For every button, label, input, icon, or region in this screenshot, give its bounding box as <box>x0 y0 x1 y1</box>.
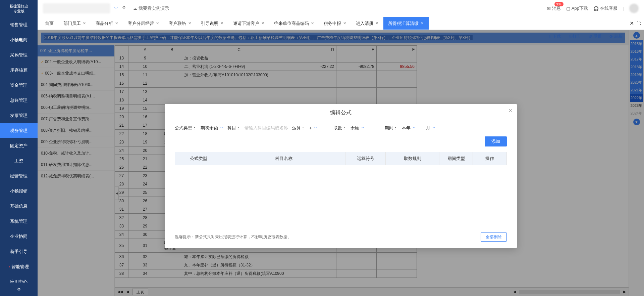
operation-select[interactable]: +﹀ <box>309 126 329 131</box>
logo-edition: 专业版 <box>13 9 24 14</box>
tab-label: 客户分层经营 <box>128 20 154 27</box>
support-button[interactable]: 🎧 在线客服 <box>593 5 618 11</box>
gear-icon[interactable]: ⚙ <box>122 5 129 12</box>
close-icon[interactable]: ✕ <box>261 21 264 26</box>
tab-8[interactable]: 税务申报✕ <box>319 17 351 30</box>
messages-badge: 99+ <box>554 2 564 6</box>
add-button[interactable]: 添加 <box>485 136 507 146</box>
avatar[interactable] <box>629 4 639 13</box>
support-label: 在线客服 <box>600 5 618 11</box>
fullscreen-icon[interactable]: ⛶ <box>637 21 641 26</box>
th-operator: 运算符号 <box>345 152 386 165</box>
th-rule: 取数规则 <box>386 152 439 165</box>
sidebar-item-16[interactable]: 智能管理 <box>0 259 38 274</box>
demo-link[interactable]: ☁ 我要看实例演示 <box>133 5 169 11</box>
fetch-label: 取数： <box>333 125 346 131</box>
message-icon: ✉ <box>547 6 551 11</box>
sidebar-item-17[interactable]: 应用中心 <box>0 274 38 283</box>
modal-mask: 编辑公式 × 公式类型： 期初余额﹀ 科目： 请输入科目编码或名称 运算： <box>38 30 644 296</box>
th-type: 公式类型 <box>175 152 222 165</box>
sidebar-item-1[interactable]: 小畅电商 <box>0 32 38 47</box>
close-icon[interactable]: ✕ <box>156 21 159 26</box>
period-month-select[interactable]: 月﹀ <box>426 125 446 131</box>
sidebar-item-6[interactable]: 发票管理 <box>0 108 38 123</box>
app-download-button[interactable]: ▢ App下载 <box>566 5 588 11</box>
close-icon[interactable]: ✕ <box>375 21 378 26</box>
chevron-down-icon[interactable]: ﹀ <box>114 6 118 11</box>
sidebar-item-7[interactable]: 税务管理 <box>0 123 38 138</box>
subject-input[interactable]: 请输入科目编码或名称 <box>245 125 288 131</box>
tab-label: 税务申报 <box>324 20 341 27</box>
topbar: ﹀ ⚙ ☁ 我要看实例演示 ✉ 消息 99+ ▢ App下载 🎧 在 <box>38 0 644 17</box>
sidebar-item-5[interactable]: 总账管理 <box>0 93 38 108</box>
tab-label: 所得税汇算清缴 <box>388 20 419 27</box>
tab-7[interactable]: 往来单位商品编码✕ <box>269 17 319 30</box>
tab-label: 部门员工 <box>63 20 81 27</box>
tab-10[interactable]: 所得税汇算清缴✕ <box>383 17 429 30</box>
tab-bar: 首页部门员工✕商品分析✕客户分层经营✕客户联络✕引导说明✕邀请下游客户✕往来单位… <box>38 17 644 30</box>
period-year-select[interactable]: 本年﹀ <box>402 125 422 131</box>
tab-label: 往来单位商品编码 <box>274 20 309 27</box>
tab-3[interactable]: 客户分层经营✕ <box>123 17 164 30</box>
tab-9[interactable]: 进入清册✕ <box>351 17 383 30</box>
formula-type-select[interactable]: 期初余额﹀ <box>201 125 223 131</box>
sidebar-item-4[interactable]: 资金管理 <box>0 78 38 93</box>
tab-label: 进入清册 <box>356 20 373 27</box>
th-action: 操作 <box>473 152 506 165</box>
close-icon[interactable]: ✕ <box>188 21 191 26</box>
tab-label: 商品分析 <box>96 20 113 27</box>
tab-5[interactable]: 引导说明✕ <box>196 17 228 30</box>
demo-label: 我要看实例演示 <box>139 5 169 11</box>
sidebar-item-9[interactable]: 工资 <box>0 153 38 168</box>
messages-button[interactable]: ✉ 消息 99+ <box>547 5 561 11</box>
logo: 畅捷通好业 专业版 <box>0 0 38 17</box>
subject-label: 科目： <box>227 125 240 131</box>
tab-0[interactable]: 首页 <box>40 17 59 30</box>
tab-label: 邀请下游客户 <box>233 20 259 27</box>
tab-1[interactable]: 部门员工✕ <box>59 17 91 30</box>
period-label: 期间： <box>385 125 398 131</box>
delete-all-button[interactable]: 全部删除 <box>481 232 507 242</box>
th-period: 期间类型 <box>439 152 473 165</box>
sidebar-item-8[interactable]: 固定资产 <box>0 138 38 153</box>
sidebar-item-2[interactable]: 采购管理 <box>0 47 38 62</box>
download-label: App下载 <box>572 5 588 11</box>
sidebar-item-3[interactable]: 库存核算 <box>0 62 38 78</box>
close-all-icon[interactable]: ✕ <box>630 20 634 27</box>
th-subject: 科目名称 <box>222 152 345 165</box>
tab-6[interactable]: 邀请下游客户✕ <box>228 17 269 30</box>
formula-type-label: 公式类型： <box>175 125 197 131</box>
close-icon[interactable]: ✕ <box>343 21 346 26</box>
close-icon[interactable]: × <box>508 107 512 114</box>
close-icon[interactable]: ✕ <box>83 21 86 26</box>
operation-label: 运算： <box>292 125 305 131</box>
modal-title: 编辑公式 <box>330 110 352 115</box>
tab-label: 引导说明 <box>201 20 218 27</box>
sidebar-item-12[interactable]: 基础信息 <box>0 199 38 214</box>
headset-icon: 🎧 <box>593 6 599 11</box>
sidebar-item-0[interactable]: 销售管理 <box>0 17 38 32</box>
sidebar-item-10[interactable]: 经营管理 <box>0 168 38 183</box>
fetch-select[interactable]: 余额﹀ <box>351 125 381 131</box>
tab-label: 首页 <box>45 20 54 27</box>
sidebar-item-14[interactable]: 企业协同 <box>0 229 38 244</box>
sidebar-item-15[interactable]: 新手引导 <box>0 244 38 259</box>
tab-2[interactable]: 商品分析✕ <box>91 17 123 30</box>
modal-hint: 温馨提示：新公式只对未出报表进行计算，不影响历史报表数据。 <box>175 234 291 240</box>
tab-4[interactable]: 客户联络✕ <box>164 17 196 30</box>
close-icon[interactable]: ✕ <box>115 21 118 26</box>
close-icon[interactable]: ✕ <box>421 21 424 26</box>
company-selector[interactable] <box>43 3 110 13</box>
logo-text: 畅捷通好业 <box>10 4 28 9</box>
close-icon[interactable]: ✕ <box>220 21 223 26</box>
sidebar-item-11[interactable]: 小畅报销 <box>0 183 38 199</box>
chat-icon: ☁ <box>133 6 137 11</box>
edit-formula-modal: 编辑公式 × 公式类型： 期初余额﹀ 科目： 请输入科目编码或名称 运算： <box>165 104 517 248</box>
formula-table-header: 公式类型 科目名称 运算符号 取数规则 期间类型 操作 <box>175 152 507 165</box>
mobile-icon: ▢ <box>566 6 570 11</box>
settings-icon[interactable]: ⚙ <box>0 283 38 296</box>
sidebar-item-13[interactable]: 系统管理 <box>0 214 38 229</box>
close-icon[interactable]: ✕ <box>311 21 314 26</box>
tab-label: 客户联络 <box>169 20 186 27</box>
sidebar: 畅捷通好业 专业版 销售管理小畅电商采购管理库存核算资金管理总账管理发票管理税务… <box>0 0 38 296</box>
